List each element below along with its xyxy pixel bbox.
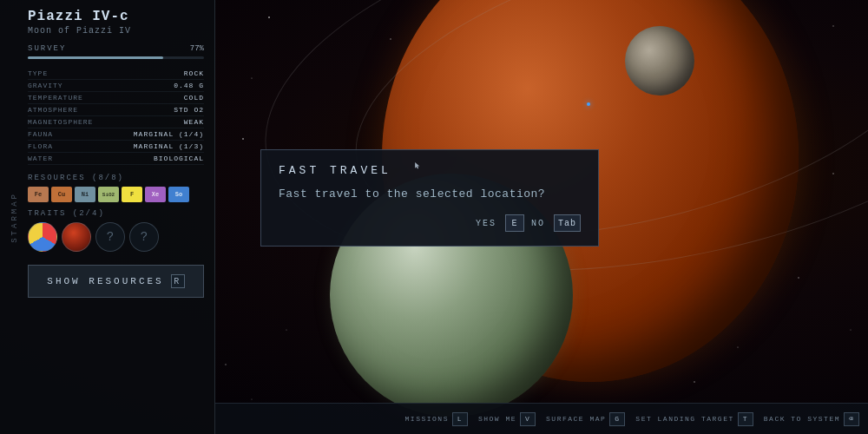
svg-point-19	[286, 329, 286, 330]
stat-row: FLORA MARGINAL (1/3)	[28, 141, 204, 153]
missions-button[interactable]: MISSIONS L	[405, 412, 468, 426]
dialog-actions: YES E NO Tab	[279, 214, 581, 232]
svg-point-1	[390, 38, 391, 40]
survey-section: SURVEY 77%	[28, 44, 204, 59]
stat-row: WATER BIOLOGICAL	[28, 153, 204, 165]
set-landing-button[interactable]: SET LANDING TARGET T	[635, 412, 753, 426]
stat-row: TYPE ROCK	[28, 68, 204, 80]
svg-point-12	[832, 173, 833, 174]
svg-point-11	[242, 138, 244, 140]
svg-point-13	[798, 277, 799, 279]
svg-point-14	[850, 329, 851, 330]
resource-chip-cu: Cu	[51, 187, 72, 202]
traits-grid: ? ?	[28, 222, 204, 252]
resource-chip-ni: Ni	[75, 187, 95, 202]
show-me-button[interactable]: SHOW ME V	[478, 412, 536, 426]
survey-percent: 77%	[190, 44, 204, 53]
svg-point-17	[694, 381, 695, 383]
surface-map-button[interactable]: SURFACE MAP G	[546, 412, 625, 426]
set-landing-key: T	[738, 412, 753, 426]
svg-point-15	[225, 364, 226, 365]
show-me-key: V	[520, 412, 536, 426]
dialog-yes-label: YES	[476, 219, 496, 228]
surface-map-key: G	[609, 412, 625, 426]
dialog-body: Fast travel to the selected location?	[279, 187, 581, 201]
stat-row: MAGNETOSPHERE WEAK	[28, 116, 204, 128]
trait-circle-1	[28, 222, 57, 252]
show-resources-key: R	[171, 274, 185, 288]
resource-chip-so: So	[168, 187, 189, 202]
dialog-yes-key[interactable]: E	[505, 214, 524, 232]
survey-label: SURVEY	[28, 44, 66, 53]
planet-name: Piazzi IV-c	[28, 9, 204, 24]
resource-chip-f: F	[122, 187, 142, 202]
trait-circle-2	[62, 222, 91, 252]
sidebar-panel: STARMAP Piazzi IV-c Moon of Piazzi IV SU…	[0, 0, 215, 434]
stat-row: ATMOSPHERE STD O2	[28, 104, 204, 116]
resource-chip-fe: Fe	[28, 187, 49, 202]
planet-subtitle: Moon of Piazzi IV	[28, 26, 204, 36]
trait-unknown-1: ?	[95, 222, 125, 252]
dialog-no-key[interactable]: Tab	[554, 214, 581, 232]
survey-bar-background	[28, 56, 204, 59]
back-key: ⌫	[844, 412, 859, 426]
svg-point-16	[252, 399, 253, 400]
starmap-label: STARMAP	[7, 0, 23, 434]
stat-row: GRAVITY 0.48 G	[28, 80, 204, 92]
back-to-system-button[interactable]: BACK TO SYSTEM ⌫	[764, 412, 859, 426]
svg-point-8	[251, 77, 252, 78]
missions-key: L	[452, 412, 468, 426]
planet-small	[625, 26, 694, 95]
resources-grid: Fe Cu Ni SiO2 F Xe So	[28, 187, 204, 202]
dialog-title: FAST TRAVEL	[279, 164, 581, 177]
stats-table: TYPE ROCK GRAVITY 0.48 G TEMPERATURE COL…	[28, 68, 204, 165]
stat-row: FAUNA MARGINAL (1/4)	[28, 128, 204, 141]
bottom-bar: MISSIONS L SHOW ME V SURFACE MAP G SET L…	[215, 403, 868, 434]
dialog-no-label: NO	[531, 219, 545, 228]
stat-row: TEMPERATURE COLD	[28, 92, 204, 104]
fast-travel-dialog: FAST TRAVEL Fast travel to the selected …	[260, 149, 599, 247]
svg-point-0	[268, 16, 270, 18]
location-indicator	[587, 102, 590, 106]
survey-bar-fill	[28, 56, 163, 59]
resource-chip-xe: Xe	[145, 187, 166, 202]
traits-header: TRAITS (2/4)	[28, 209, 204, 218]
svg-point-7	[832, 25, 834, 27]
resources-header: RESOURCES (8/8)	[28, 174, 204, 182]
svg-point-18	[738, 347, 739, 348]
trait-unknown-2: ?	[129, 222, 159, 252]
resource-chip-sio2: SiO2	[98, 187, 119, 202]
show-resources-button[interactable]: SHOW RESOURCES R	[28, 265, 204, 298]
